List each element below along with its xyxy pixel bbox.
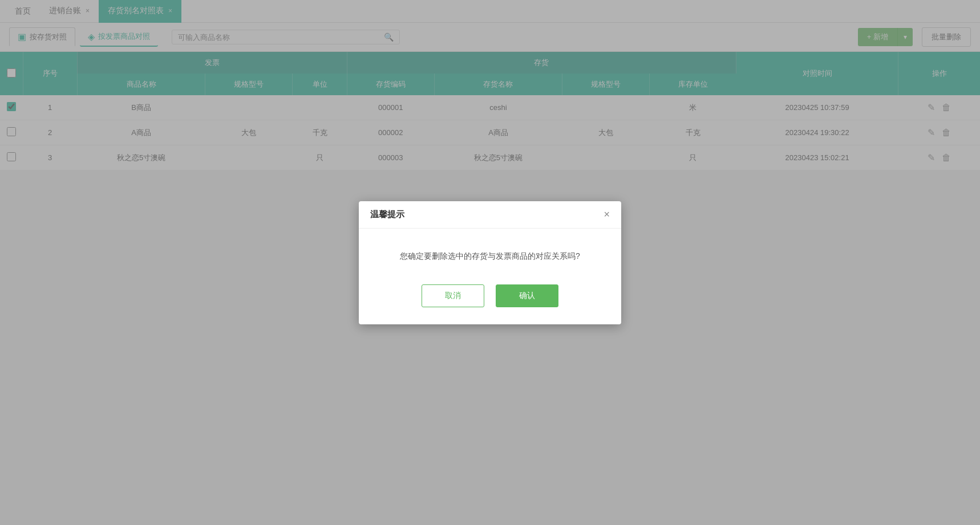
modal-overlay: 温馨提示 × 您确定要删除选中的存货与发票商品的对应关系吗? 取消 确认	[0, 0, 980, 170]
